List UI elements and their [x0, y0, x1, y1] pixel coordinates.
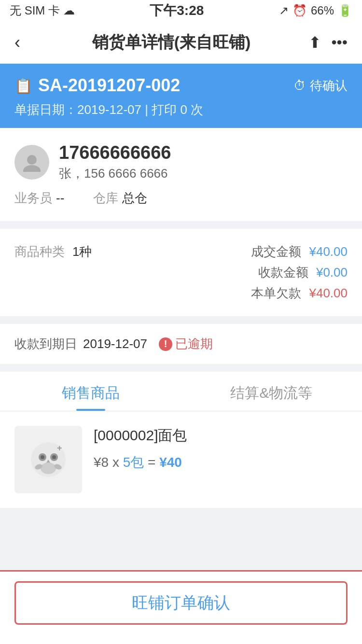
order-icon: 📋 — [14, 77, 32, 94]
nav-bar: ‹ 销货单详情(来自旺铺) ⬆ ••• — [0, 21, 362, 64]
stats-right: 成交金额 ¥40.00 收款金额 ¥0.00 本单欠款 ¥40.00 — [181, 243, 348, 302]
receipt-amount-value: ¥0.00 — [316, 265, 348, 280]
back-button[interactable]: ‹ — [14, 32, 43, 53]
warehouse-value: 总仓 — [122, 190, 147, 207]
tab-settlement[interactable]: 结算&物流等 — [181, 372, 362, 411]
svg-point-5 — [41, 455, 44, 459]
warehouse-label: 仓库 — [93, 190, 118, 207]
more-icon[interactable]: ••• — [331, 33, 348, 51]
tab-settlement-label: 结算&物流等 — [230, 383, 312, 403]
order-status-text: 待确认 — [310, 77, 348, 94]
owed-amount-row: 本单欠款 ¥40.00 — [251, 285, 348, 302]
customer-meta: 业务员 -- 仓库 总仓 — [14, 190, 348, 207]
svg-point-8 — [41, 462, 56, 474]
confirm-order-label: 旺铺订单确认 — [132, 592, 230, 614]
location-icon: ↗ — [279, 4, 289, 17]
product-equals: = — [148, 455, 159, 470]
avatar — [14, 145, 49, 180]
clock-icon: ⏱ — [293, 78, 306, 93]
confirm-order-button[interactable]: 旺铺订单确认 — [14, 581, 348, 625]
product-price-unit: ¥8 — [94, 455, 109, 470]
overdue-icon: ! — [159, 337, 172, 351]
order-id-text: SA-20191207-002 — [38, 75, 180, 96]
order-status: ⏱ 待确认 — [293, 77, 348, 94]
overdue-badge: ! 已逾期 — [159, 336, 213, 352]
battery-icon: 🔋 — [338, 4, 352, 17]
product-section: + [0000002]面包 ¥8 x 5包 = ¥40 — [0, 411, 362, 508]
status-time: 下午3:28 — [150, 1, 204, 20]
salesperson-label: 业务员 — [14, 190, 52, 207]
product-types-value: 1种 — [72, 243, 92, 260]
product-info: [0000002]面包 ¥8 x 5包 = ¥40 — [94, 426, 348, 472]
svg-point-1 — [23, 165, 41, 172]
back-icon: ‹ — [14, 32, 20, 52]
order-id-row: 📋 SA-20191207-002 ⏱ 待确认 — [14, 75, 348, 96]
tab-sales-products-label: 销售商品 — [62, 383, 120, 403]
product-price-formula: ¥8 x 5包 = ¥40 — [94, 453, 348, 472]
status-right: ↗ ⏰ 66% 🔋 — [279, 4, 352, 17]
product-item: + [0000002]面包 ¥8 x 5包 = ¥40 — [0, 411, 362, 508]
tab-underline — [76, 409, 105, 411]
share-icon[interactable]: ⬆ — [308, 33, 321, 52]
due-label: 收款到期日 — [14, 336, 77, 352]
stats-left: 商品种类 1种 — [14, 243, 181, 260]
customer-name: 张，156 6666 6666 — [59, 165, 171, 182]
svg-text:+: + — [57, 443, 62, 453]
svg-point-6 — [52, 455, 56, 459]
battery-label: 66% — [311, 4, 334, 17]
status-left: 无 SIM 卡 ☁ — [10, 3, 75, 18]
product-quantity: 5包 — [123, 455, 144, 470]
order-id: 📋 SA-20191207-002 — [14, 75, 180, 96]
deal-amount-label: 成交金额 — [251, 243, 301, 260]
bottom-bar: 旺铺订单确认 — [0, 570, 362, 644]
tab-sales-products[interactable]: 销售商品 — [0, 372, 181, 411]
salesperson-value: -- — [56, 191, 64, 206]
customer-phone: 17666666666 — [59, 142, 171, 163]
due-section: 收款到期日 2019-12-07 ! 已逾期 — [0, 324, 362, 364]
order-header-card: 📋 SA-20191207-002 ⏱ 待确认 单据日期：2019-12-07 … — [0, 64, 362, 128]
owed-amount-label: 本单欠款 — [251, 285, 301, 302]
product-types-label: 商品种类 — [14, 243, 65, 260]
owed-amount-value: ¥40.00 — [309, 286, 348, 301]
customer-header: 17666666666 张，156 6666 6666 — [14, 142, 348, 182]
stats-section: 商品种类 1种 成交金额 ¥40.00 收款金额 ¥0.00 本单欠款 ¥40.… — [0, 229, 362, 316]
order-date-row: 单据日期：2019-12-07 | 打印 0 次 — [14, 101, 348, 118]
nav-actions: ⬆ ••• — [299, 33, 348, 52]
status-bar: 无 SIM 卡 ☁ 下午3:28 ↗ ⏰ 66% 🔋 — [0, 0, 362, 21]
overdue-text: 已逾期 — [175, 336, 213, 352]
deal-amount-value: ¥40.00 — [309, 244, 348, 259]
deal-amount-row: 成交金额 ¥40.00 — [251, 243, 348, 260]
tabs-section: 销售商品 结算&物流等 — [0, 372, 362, 411]
page-title: 销货单详情(来自旺铺) — [43, 31, 299, 54]
sim-label: 无 SIM 卡 ☁ — [10, 3, 75, 18]
due-date: 2019-12-07 — [83, 336, 147, 351]
warehouse-meta: 仓库 总仓 — [93, 190, 147, 207]
svg-point-0 — [27, 155, 37, 165]
product-total: ¥40 — [159, 455, 182, 470]
product-multiplier: x — [112, 455, 123, 470]
product-thumbnail: + — [14, 426, 82, 493]
receipt-amount-row: 收款金额 ¥0.00 — [258, 264, 348, 281]
alarm-icon: ⏰ — [292, 4, 307, 17]
product-name: [0000002]面包 — [94, 426, 348, 446]
customer-info: 17666666666 张，156 6666 6666 — [59, 142, 171, 182]
customer-section: 17666666666 张，156 6666 6666 业务员 -- 仓库 总仓 — [0, 128, 362, 221]
salesperson-meta: 业务员 -- — [14, 190, 64, 207]
receipt-amount-label: 收款金额 — [258, 264, 308, 281]
